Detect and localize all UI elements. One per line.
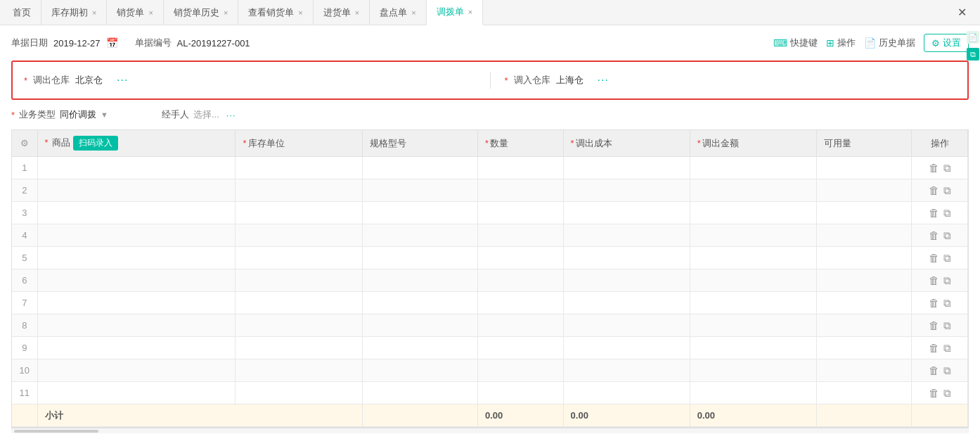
row-spec-8[interactable] xyxy=(362,314,477,337)
row-amount-3[interactable] xyxy=(690,202,816,224)
row-unit-5[interactable] xyxy=(236,247,362,269)
copy-row-icon[interactable]: ⧉ xyxy=(943,252,951,265)
row-spec-3[interactable] xyxy=(362,202,477,224)
close-tab-sales-history[interactable]: × xyxy=(224,8,228,17)
copy-row-icon[interactable]: ⧉ xyxy=(943,364,951,377)
business-type-dropdown-icon[interactable]: ▼ xyxy=(101,110,108,119)
tab-home[interactable]: 首页 xyxy=(3,0,41,25)
operations-action[interactable]: ⊞ 操作 xyxy=(826,37,856,49)
row-amount-8[interactable] xyxy=(690,314,816,337)
row-available-8[interactable] xyxy=(816,314,911,337)
close-tab-stock-take[interactable]: × xyxy=(411,8,415,17)
scan-entry-button[interactable]: 扫码录入 xyxy=(73,136,118,151)
row-cost-5[interactable] xyxy=(563,247,690,269)
row-qty-8[interactable] xyxy=(477,314,563,337)
row-spec-6[interactable] xyxy=(362,269,477,292)
row-unit-10[interactable] xyxy=(236,359,362,382)
row-cost-2[interactable] xyxy=(563,179,690,202)
row-cost-10[interactable] xyxy=(563,359,690,382)
row-unit-6[interactable] xyxy=(236,269,362,292)
row-cost-1[interactable] xyxy=(563,157,690,179)
row-qty-6[interactable] xyxy=(477,269,563,292)
row-amount-1[interactable] xyxy=(690,157,816,179)
row-amount-9[interactable] xyxy=(690,337,816,359)
row-qty-1[interactable] xyxy=(477,157,563,179)
delete-row-icon[interactable]: 🗑 xyxy=(929,364,939,376)
row-cost-4[interactable] xyxy=(563,224,690,247)
row-spec-10[interactable] xyxy=(362,359,477,382)
row-available-2[interactable] xyxy=(816,179,911,202)
row-qty-10[interactable] xyxy=(477,359,563,382)
row-amount-11[interactable] xyxy=(690,382,816,404)
row-qty-4[interactable] xyxy=(477,224,563,247)
close-tab-purchase[interactable]: × xyxy=(355,8,359,17)
row-spec-1[interactable] xyxy=(362,157,477,179)
row-cost-6[interactable] xyxy=(563,269,690,292)
tab-stock-take[interactable]: 盘点单 × xyxy=(370,0,426,25)
tab-sales-history[interactable]: 销货单历史 × xyxy=(164,0,238,25)
handler-more-btn[interactable]: ··· xyxy=(226,110,236,120)
row-available-6[interactable] xyxy=(816,269,911,292)
row-available-10[interactable] xyxy=(816,359,911,382)
row-product-6[interactable] xyxy=(37,269,236,292)
delete-row-icon[interactable]: 🗑 xyxy=(929,162,939,174)
copy-row-icon[interactable]: ⧉ xyxy=(943,297,951,310)
delete-row-icon[interactable]: 🗑 xyxy=(929,387,939,399)
out-warehouse-more-btn[interactable]: ··· xyxy=(117,74,128,87)
row-unit-2[interactable] xyxy=(236,179,362,202)
row-amount-10[interactable] xyxy=(690,359,816,382)
close-tab-view-sales[interactable]: × xyxy=(298,8,302,17)
row-qty-5[interactable] xyxy=(477,247,563,269)
calendar-icon[interactable]: 📅 xyxy=(106,37,118,49)
handler-input[interactable]: 选择... xyxy=(193,108,219,121)
row-available-9[interactable] xyxy=(816,337,911,359)
row-product-8[interactable] xyxy=(37,314,236,337)
row-unit-1[interactable] xyxy=(236,157,362,179)
row-available-5[interactable] xyxy=(816,247,911,269)
scroll-thumb[interactable] xyxy=(14,430,98,433)
row-amount-5[interactable] xyxy=(690,247,816,269)
row-amount-2[interactable] xyxy=(690,179,816,202)
row-spec-7[interactable] xyxy=(362,292,477,314)
row-qty-11[interactable] xyxy=(477,382,563,404)
delete-row-icon[interactable]: 🗑 xyxy=(929,297,939,309)
row-amount-6[interactable] xyxy=(690,269,816,292)
row-product-3[interactable] xyxy=(37,202,236,224)
row-spec-4[interactable] xyxy=(362,224,477,247)
row-unit-7[interactable] xyxy=(236,292,362,314)
row-available-4[interactable] xyxy=(816,224,911,247)
row-cost-9[interactable] xyxy=(563,337,690,359)
sidebar-doc-icon[interactable]: 📄 xyxy=(967,31,979,44)
row-product-9[interactable] xyxy=(37,337,236,359)
copy-row-icon[interactable]: ⧉ xyxy=(943,342,951,355)
close-tab-sales-order[interactable]: × xyxy=(148,8,153,17)
scroll-area[interactable] xyxy=(11,428,969,433)
close-tab-inventory-init[interactable]: × xyxy=(92,8,96,17)
history-action[interactable]: 📄 历史单据 xyxy=(864,37,915,49)
delete-row-icon[interactable]: 🗑 xyxy=(929,184,939,196)
close-tab-transfer[interactable]: × xyxy=(468,8,472,16)
row-product-10[interactable] xyxy=(37,359,236,382)
settings-button[interactable]: ⚙ 设置 xyxy=(924,34,969,52)
row-qty-7[interactable] xyxy=(477,292,563,314)
delete-row-icon[interactable]: 🗑 xyxy=(929,252,939,264)
delete-row-icon[interactable]: 🗑 xyxy=(929,274,939,286)
row-available-7[interactable] xyxy=(816,292,911,314)
row-cost-3[interactable] xyxy=(563,202,690,224)
row-available-1[interactable] xyxy=(816,157,911,179)
in-warehouse-more-btn[interactable]: ··· xyxy=(598,74,609,87)
out-warehouse-value[interactable]: 北京仓 xyxy=(75,74,103,87)
copy-row-icon[interactable]: ⧉ xyxy=(943,162,951,174)
row-qty-3[interactable] xyxy=(477,202,563,224)
row-qty-2[interactable] xyxy=(477,179,563,202)
row-spec-5[interactable] xyxy=(362,247,477,269)
copy-row-icon[interactable]: ⧉ xyxy=(943,274,951,287)
copy-row-icon[interactable]: ⧉ xyxy=(943,229,951,242)
delete-row-icon[interactable]: 🗑 xyxy=(929,207,939,219)
row-unit-9[interactable] xyxy=(236,337,362,359)
tab-view-sales[interactable]: 查看销货单 × xyxy=(238,0,313,25)
delete-row-icon[interactable]: 🗑 xyxy=(929,342,939,354)
copy-row-icon[interactable]: ⧉ xyxy=(943,387,951,400)
row-cost-8[interactable] xyxy=(563,314,690,337)
in-warehouse-value[interactable]: 上海仓 xyxy=(556,74,584,87)
